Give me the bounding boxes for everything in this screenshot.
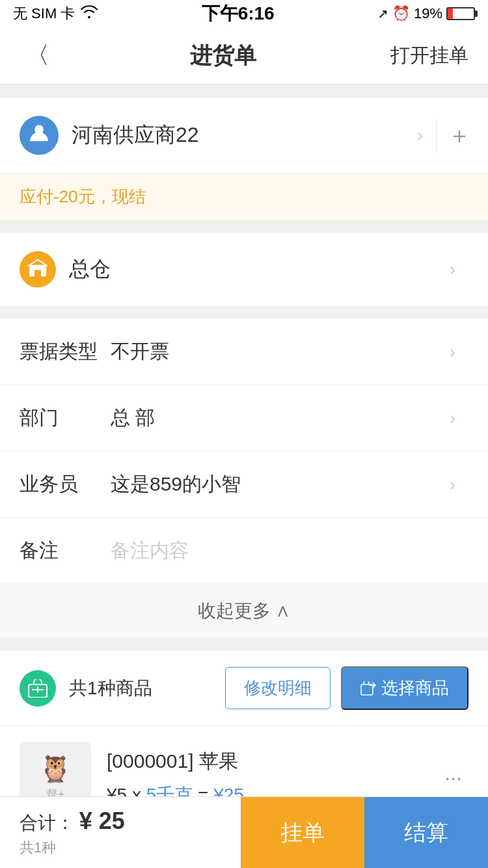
invoice-value: 不开票 — [111, 338, 450, 365]
invoice-label: 票据类型 — [20, 338, 98, 365]
total-row: 合计： ¥ 25 — [20, 807, 221, 835]
edit-detail-button[interactable]: 修改明细 — [225, 667, 331, 709]
remark-input[interactable]: 备注内容 — [111, 537, 468, 564]
product-icon-wrap — [20, 670, 56, 707]
warehouse-icon — [28, 258, 47, 281]
back-button[interactable]: 〈 — [20, 33, 56, 78]
supplier-name: 河南供应商22 — [72, 121, 417, 150]
alarm-icon: ⏰ — [392, 5, 410, 22]
select-product-button[interactable]: 选择商品 — [341, 666, 468, 710]
battery-icon — [446, 7, 475, 20]
invoice-row[interactable]: 票据类型 不开票 › — [0, 319, 488, 385]
battery-percent: 19% — [414, 5, 442, 22]
bottom-bar: 合计： ¥ 25 共1种 挂单 结算 — [0, 796, 488, 868]
open-hang-button[interactable]: 打开挂单 — [390, 42, 468, 69]
form-section: 票据类型 不开票 › 部门 总 部 › 业务员 这是859的小智 › 备注 备注… — [0, 319, 488, 584]
sales-label: 业务员 — [20, 471, 98, 498]
warehouse-section: 总仓 › — [0, 233, 488, 306]
svg-rect-4 — [361, 685, 373, 695]
location-icon: ↗ — [377, 6, 388, 21]
more-options-button[interactable]: ··· — [438, 759, 468, 796]
supplier-avatar — [20, 116, 59, 155]
remark-label: 备注 — [20, 537, 98, 564]
page-title: 进货单 — [190, 41, 256, 71]
supplier-row[interactable]: 河南供应商22 › ＋ — [0, 98, 488, 174]
product-name: [0000001] 苹果 — [107, 748, 438, 775]
sales-value: 这是859的小智 — [111, 471, 450, 498]
gap-1 — [0, 85, 488, 98]
status-bar: 无 SIM 卡 下午6:16 ↗ ⏰ 19% — [0, 0, 488, 27]
collapse-bar[interactable]: 收起更多 ∧ — [0, 584, 488, 638]
wifi-icon — [80, 5, 98, 22]
warehouse-name: 总仓 — [69, 255, 450, 284]
carrier-label: 无 SIM 卡 — [13, 4, 75, 23]
product-code: [0000001] — [107, 750, 193, 772]
sales-chevron-icon: › — [450, 474, 455, 495]
nav-bar: 〈 进货单 打开挂单 — [0, 27, 488, 85]
status-time: 下午6:16 — [202, 1, 275, 26]
product-header: 共1种商品 修改明细 选择商品 — [0, 651, 488, 726]
hang-button[interactable]: 挂单 — [241, 797, 364, 868]
select-product-label: 选择商品 — [381, 677, 449, 699]
owl-icon: 🦉 — [39, 753, 72, 784]
total-amount: ¥ 25 — [79, 807, 125, 834]
person-icon — [29, 123, 49, 148]
warehouse-row[interactable]: 总仓 › — [0, 233, 488, 306]
warehouse-chevron-icon: › — [450, 259, 455, 280]
add-supplier-button[interactable]: ＋ — [436, 119, 468, 152]
total-label: 合计： — [20, 813, 74, 833]
product-count-label: 共1种商品 — [69, 676, 225, 701]
supplier-notice: 应付-20元，现结 — [0, 174, 488, 220]
supplier-section: 河南供应商22 › ＋ 应付-20元，现结 — [0, 98, 488, 220]
gap-3 — [0, 306, 488, 319]
checkout-button[interactable]: 结算 — [364, 797, 488, 868]
product-title: 苹果 — [199, 750, 238, 772]
sales-row[interactable]: 业务员 这是859的小智 › — [0, 452, 488, 518]
svg-rect-2 — [34, 270, 41, 277]
total-sub: 共1种 — [20, 838, 221, 858]
status-left: 无 SIM 卡 — [13, 4, 98, 23]
dept-value: 总 部 — [111, 405, 450, 431]
total-section: 合计： ¥ 25 共1种 — [0, 797, 241, 868]
dept-row[interactable]: 部门 总 部 › — [0, 385, 488, 452]
status-right: ↗ ⏰ 19% — [377, 5, 475, 22]
invoice-chevron-icon: › — [450, 342, 455, 362]
dept-chevron-icon: › — [450, 408, 455, 429]
remark-row[interactable]: 备注 备注内容 — [0, 518, 488, 584]
gap-4 — [0, 638, 488, 651]
supplier-chevron-icon: › — [417, 125, 423, 146]
gap-2 — [0, 220, 488, 233]
warehouse-icon-wrap — [20, 251, 56, 288]
dept-label: 部门 — [20, 405, 98, 431]
